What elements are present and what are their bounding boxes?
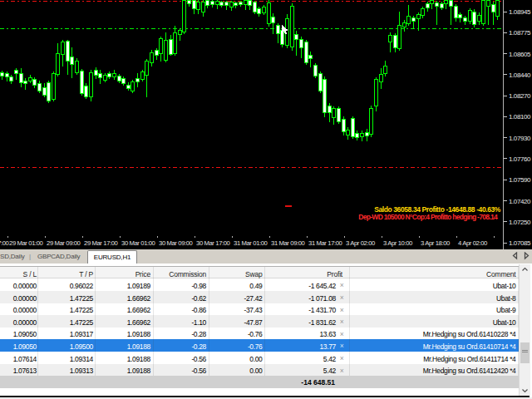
svg-text:1.08945: 1.08945	[509, 8, 531, 16]
svg-text:Dep-WD 105000 N°Cop:4 Profitto: Dep-WD 105000 N°Cop:4 Profitto hedging -…	[358, 213, 498, 221]
svg-text:1.07250: 1.07250	[509, 219, 531, 226]
svg-text:30 Mar 17:00: 30 Mar 17:00	[196, 239, 230, 247]
svg-text:31 Mar 01:00: 31 Mar 01:00	[234, 239, 268, 247]
svg-text:4 Apr 02:00: 4 Apr 02:00	[458, 239, 487, 247]
svg-text:1.07760: 1.07760	[509, 155, 531, 163]
svg-text:29 Mar 17:00: 29 Mar 17:00	[84, 239, 118, 247]
svg-text:31 Mar 09:00: 31 Mar 09:00	[271, 239, 305, 247]
svg-text:1.08440: 1.08440	[509, 71, 531, 79]
svg-text:1.07420: 1.07420	[509, 198, 531, 205]
svg-text:1.07590: 1.07590	[509, 176, 531, 184]
svg-text:29 Mar 01:00: 29 Mar 01:00	[9, 239, 43, 247]
svg-text:28 Mar 17:00: 28 Mar 17:00	[0, 239, 9, 247]
svg-text:1.07930: 1.07930	[509, 135, 531, 142]
svg-text:1.08100: 1.08100	[509, 113, 531, 121]
svg-text:3 Apr 10:00: 3 Apr 10:00	[383, 239, 412, 247]
svg-text:1.08775: 1.08775	[509, 29, 531, 37]
svg-text:1.07085: 1.07085	[509, 239, 531, 247]
svg-text:31 Mar 17:00: 31 Mar 17:00	[308, 239, 342, 247]
svg-text:1.08605: 1.08605	[509, 51, 531, 58]
svg-text:29 Mar 09:00: 29 Mar 09:00	[47, 239, 81, 247]
svg-text:30 Mar 09:00: 30 Mar 09:00	[159, 239, 193, 247]
svg-text:3 Apr 02:00: 3 Apr 02:00	[346, 239, 375, 247]
svg-text:3 Apr 18:00: 3 Apr 18:00	[421, 239, 450, 247]
svg-text:30 Mar 01:00: 30 Mar 01:00	[121, 239, 155, 247]
svg-text:1.08270: 1.08270	[509, 92, 531, 100]
